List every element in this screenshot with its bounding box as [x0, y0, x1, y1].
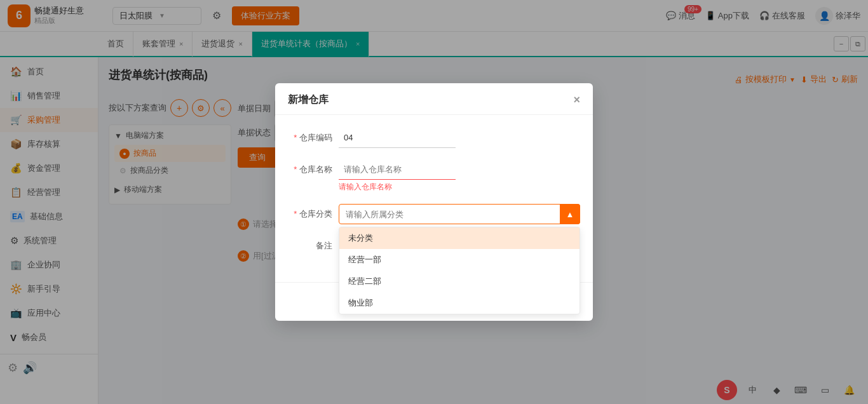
code-input[interactable]	[339, 128, 456, 148]
note-label: 备注	[288, 236, 339, 256]
chevron-up-icon: ▲	[566, 210, 574, 219]
modal-close-button[interactable]: ×	[573, 93, 580, 107]
dropdown-option-property[interactable]: 物业部	[339, 292, 580, 314]
category-dropdown-wrapper: ▲ 未分类 经营一部 经营二部 物业部	[339, 204, 580, 224]
code-input-wrapper	[339, 128, 580, 148]
name-label: 仓库名称	[288, 159, 339, 180]
category-form-row: 仓库分类 ▲ 未分类 经营一部 经营二部 物业部	[288, 204, 580, 224]
category-input[interactable]	[339, 204, 580, 224]
code-form-row: 仓库编码	[288, 128, 580, 148]
name-input-wrapper: 请输入仓库名称	[339, 159, 580, 192]
code-label: 仓库编码	[288, 128, 339, 148]
dropdown-option-ops1[interactable]: 经营一部	[339, 249, 580, 271]
name-form-row: 仓库名称 请输入仓库名称	[288, 159, 580, 192]
modal-overlay: 新增仓库 × 仓库编码 仓库名称 请输入仓库名称 仓库分类	[0, 0, 868, 404]
category-dropdown-menu: 未分类 经营一部 经营二部 物业部	[339, 227, 580, 314]
modal-title: 新增仓库	[288, 93, 329, 107]
add-warehouse-modal: 新增仓库 × 仓库编码 仓库名称 请输入仓库名称 仓库分类	[275, 83, 593, 321]
dropdown-option-unclassified[interactable]: 未分类	[339, 227, 580, 249]
name-error-msg: 请输入仓库名称	[339, 182, 580, 192]
name-input[interactable]	[339, 159, 456, 180]
modal-header: 新增仓库 ×	[275, 83, 593, 115]
modal-body: 仓库编码 仓库名称 请输入仓库名称 仓库分类 ▲	[275, 115, 593, 282]
category-dropdown-toggle[interactable]: ▲	[560, 204, 580, 224]
dropdown-option-ops2[interactable]: 经营二部	[339, 271, 580, 292]
category-label: 仓库分类	[288, 204, 339, 224]
